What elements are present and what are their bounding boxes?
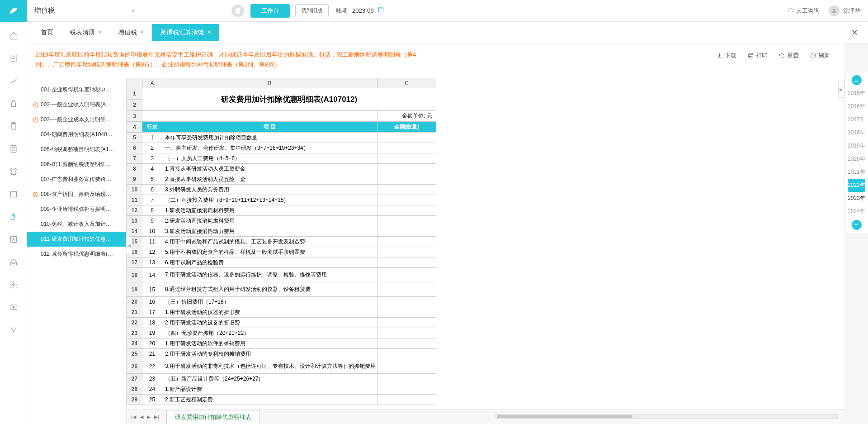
app-logo[interactable] [0, 0, 27, 22]
row-desc-15[interactable]: 8.通过经营租赁方式租入的用于研发活动的仪器、设备租赁费 [162, 282, 377, 297]
row-val-17[interactable] [377, 307, 436, 318]
clothing-icon[interactable] [9, 167, 19, 176]
sheet-nav-controls[interactable]: |◀ ◀ ▶ ▶| [127, 414, 164, 420]
form-item-0[interactable]: 001-企业所得税年度纳税申… [27, 82, 126, 97]
row-num-22[interactable]: 22 [142, 359, 162, 374]
row-num-23[interactable]: 23 [142, 374, 162, 384]
home-icon[interactable] [9, 31, 19, 41]
row-val-7[interactable] [377, 195, 436, 205]
sheet-tab[interactable]: 研发费用加计扣除优惠明细表 [166, 410, 260, 424]
row-num-17[interactable]: 17 [142, 307, 162, 318]
settings-icon[interactable] [9, 280, 19, 290]
row-val-3[interactable] [377, 153, 436, 164]
row-num-8[interactable]: 8 [142, 205, 162, 216]
year-2022年[interactable]: 2022年 [848, 179, 865, 192]
sheet-nav-prev-icon[interactable]: ◀ [140, 414, 143, 420]
chart-icon[interactable] [9, 76, 19, 86]
support-link[interactable]: 人工咨询 [787, 7, 820, 15]
row-desc-20[interactable]: 1.用于研发活动的软件的摊销费用 [162, 338, 377, 349]
row-val-22[interactable] [377, 359, 436, 374]
date-icon[interactable] [9, 189, 19, 199]
row-desc-16[interactable]: （三）折旧费用（17+18） [162, 297, 377, 307]
form-item-8[interactable]: 009-企业所得税弥补亏损明… [27, 202, 126, 217]
download-button[interactable]: 下载 [716, 52, 736, 60]
expand-panel-handle[interactable]: ▶ [838, 81, 844, 98]
refresh-button[interactable]: 刷新 [810, 52, 830, 60]
calc-circle-button[interactable] [231, 5, 244, 17]
row-val-13[interactable] [377, 257, 436, 268]
row-val-16[interactable] [377, 297, 436, 307]
tab-close-icon[interactable]: ✕ [98, 29, 102, 35]
old-version-button[interactable]: 切到旧版 [295, 4, 329, 17]
row-num-14[interactable]: 14 [142, 268, 162, 282]
year-2021年[interactable]: 2021年 [848, 166, 865, 179]
row-val-25[interactable] [377, 395, 436, 405]
row-desc-2[interactable]: 一、自主研发、合作研发、集中研发（3+7+16+19+23+34） [162, 143, 377, 153]
row-num-20[interactable]: 20 [142, 338, 162, 349]
row-val-2[interactable] [377, 143, 436, 153]
form-item-6[interactable]: 007-广告费和业务宣传费跨… [27, 172, 126, 187]
collapse-panel-handle[interactable]: ◀ [127, 236, 132, 254]
year-2024年[interactable]: 2024年 [848, 205, 865, 218]
year-2017年[interactable]: 2017年 [848, 113, 865, 126]
row-desc-24[interactable]: 1.新产品设计费 [162, 384, 377, 395]
row-num-18[interactable]: 18 [142, 318, 162, 328]
row-val-19[interactable] [377, 328, 436, 338]
form-item-11[interactable]: 012-减免所得税优惠明细表(… [27, 247, 126, 262]
sheet-nav-last-icon[interactable]: ▶| [154, 414, 159, 420]
document-icon[interactable] [9, 53, 19, 63]
reset-button[interactable]: 重置 [778, 52, 799, 60]
sheet-nav-first-icon[interactable]: |◀ [131, 414, 136, 420]
row-val-24[interactable] [377, 384, 436, 395]
sheet-nav-next-icon[interactable]: ▶ [147, 414, 151, 420]
row-val-6[interactable] [377, 185, 436, 195]
row-num-13[interactable]: 13 [142, 257, 162, 268]
form-item-5[interactable]: 006-职工薪酬纳税调整明细… [27, 157, 126, 172]
row-num-19[interactable]: 19 [142, 328, 162, 338]
row-desc-21[interactable]: 2.用于研发活动的专利权的摊销费用 [162, 349, 377, 359]
form-item-9[interactable]: 010-免税、减计收入及加计… [27, 217, 126, 232]
row-desc-4[interactable]: 1.直接从事研发活动人员工资薪金 [162, 164, 377, 174]
row-num-21[interactable]: 21 [142, 349, 162, 359]
sheet-corner[interactable] [127, 78, 142, 88]
row-val-11[interactable] [377, 237, 436, 247]
row-desc-6[interactable]: 3.外聘研发人员的劳务费用 [162, 185, 377, 195]
row-num-24[interactable]: 24 [142, 384, 162, 395]
row-num-11[interactable]: 11 [142, 237, 162, 247]
row-val-10[interactable] [377, 226, 436, 237]
year-2015年[interactable]: 2015年 [848, 87, 865, 100]
row-val-5[interactable] [377, 174, 436, 185]
row-val-4[interactable] [377, 164, 436, 174]
row-desc-13[interactable]: 6.用于试制产品的检验费 [162, 257, 377, 268]
row-num-25[interactable]: 25 [142, 395, 162, 405]
row-num-2[interactable]: 2 [142, 143, 162, 153]
form-item-1[interactable]: 002-一般企业收入明细表(A… [27, 97, 126, 112]
row-desc-5[interactable]: 2.直接从事研发活动人员五险一金 [162, 174, 377, 185]
row-num-3[interactable]: 3 [142, 153, 162, 164]
row-val-21[interactable] [377, 349, 436, 359]
row-val-18[interactable] [377, 318, 436, 328]
tab-0[interactable]: 首页 [33, 24, 61, 41]
year-2019年[interactable]: 2019年 [848, 139, 865, 152]
form-item-2[interactable]: 003-一般企业成本支出明细… [27, 112, 126, 127]
col-header-A[interactable]: A [142, 78, 162, 88]
tab-3[interactable]: 所得税汇算清缴✕ [152, 24, 219, 41]
row-num-9[interactable]: 9 [142, 216, 162, 226]
form-item-10[interactable]: 011-研发费用加计扣除优惠… [27, 232, 126, 247]
year-up-button[interactable]: ︽ [852, 75, 862, 85]
row-num-16[interactable]: 16 [142, 297, 162, 307]
year-2018年[interactable]: 2018年 [848, 126, 865, 139]
print-button[interactable]: 打印 [747, 52, 768, 60]
tax-type-select[interactable]: 增值税 ▾ [34, 6, 225, 15]
row-desc-17[interactable]: 1.用于研发活动的仪器的折旧费 [162, 307, 377, 318]
col-header-B[interactable]: B [162, 78, 377, 88]
user-menu[interactable]: 徐泽华 [829, 5, 861, 16]
row-num-1[interactable]: 1 [142, 133, 162, 143]
row-num-10[interactable]: 10 [142, 226, 162, 237]
transfer-icon[interactable] [9, 234, 19, 244]
row-desc-23[interactable]: （五）新产品设计费等（24+25+26+27） [162, 374, 377, 384]
tab-close-icon[interactable]: ✕ [207, 29, 211, 35]
year-2023年[interactable]: 2023年 [848, 192, 865, 205]
row-num-12[interactable]: 12 [142, 247, 162, 257]
hand-icon[interactable] [9, 212, 19, 222]
